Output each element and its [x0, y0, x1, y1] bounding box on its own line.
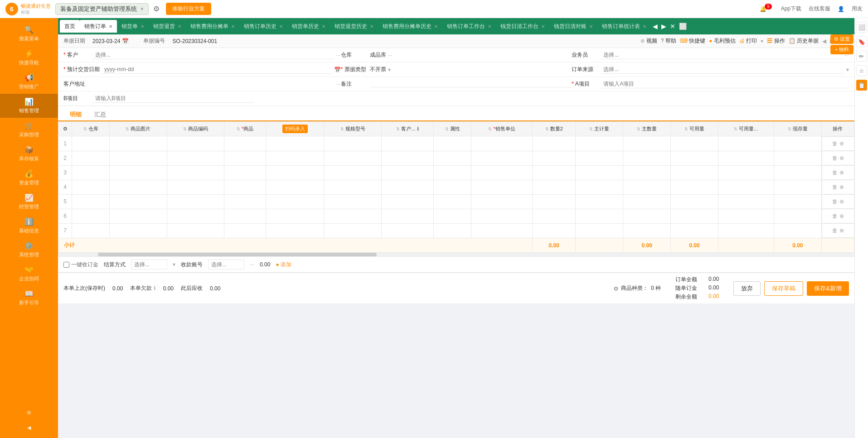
tab-return-history[interactable]: 销货退货历史 ✕ [330, 20, 378, 33]
table-scrollbar[interactable] [58, 253, 854, 256]
cell-customer[interactable] [381, 194, 433, 209]
cell-main-qty[interactable] [623, 151, 671, 165]
address-more-icon[interactable]: ··· [336, 81, 341, 87]
delete-icon[interactable]: 🗑 [832, 213, 838, 219]
delete-icon[interactable]: 🗑 [832, 169, 838, 176]
customer-input[interactable] [92, 51, 335, 59]
payment-dropdown-icon[interactable]: ▾ [173, 261, 175, 268]
sidebar-item-guide[interactable]: 📖 新手引导 [0, 286, 58, 310]
cell-sales-unit[interactable] [471, 136, 533, 151]
copy-icon[interactable]: ⊕ [839, 198, 844, 205]
one-click-checkbox[interactable] [63, 262, 69, 268]
cell-image[interactable] [110, 209, 167, 223]
copy-icon[interactable]: ⊕ [839, 155, 844, 161]
close-tab-sales-order[interactable]: ✕ [109, 24, 112, 29]
cell-main-qty[interactable] [623, 136, 671, 151]
cell-product[interactable] [224, 180, 266, 194]
cell-action[interactable]: 🗑 ⊕ [822, 209, 854, 223]
copy-icon[interactable]: ⊕ [839, 227, 844, 234]
cell-action[interactable]: 🗑 ⊕ [822, 136, 854, 151]
cell-main-unit[interactable] [576, 194, 623, 209]
cell-stock[interactable] [774, 151, 821, 165]
cell-available[interactable] [671, 180, 718, 194]
cell-product-code[interactable] [167, 151, 224, 165]
cell-sales-unit[interactable] [471, 223, 533, 238]
cell-stock[interactable] [774, 180, 821, 194]
tab-home[interactable]: 首页 [60, 20, 80, 33]
cell-available2[interactable] [718, 223, 774, 238]
close-tab-sales-invoice[interactable]: ✕ [141, 24, 144, 29]
add-button[interactable]: ● 添加 [276, 261, 291, 269]
delivery-date-input[interactable] [102, 65, 332, 74]
tab-sales-invoice[interactable]: 销货单 ✕ [117, 20, 149, 33]
cell-main-unit[interactable] [576, 180, 623, 194]
cell-main-unit[interactable] [576, 165, 623, 180]
sidebar-item-finance[interactable]: 💰 资金管理 [0, 166, 58, 190]
help-link[interactable]: ? 帮助 [661, 37, 676, 45]
cell-available2[interactable] [718, 165, 774, 180]
tab-invoice-history[interactable]: 销货单历史 ✕ [287, 20, 330, 33]
right-icon-5[interactable]: 📋 [856, 80, 867, 91]
shortcut-link[interactable]: ⌨ 快捷键 [680, 37, 705, 45]
close-tab-return-history[interactable]: ✕ [370, 24, 373, 29]
cell-qty2[interactable] [533, 136, 576, 151]
material-button[interactable]: + 物料 [830, 45, 853, 54]
tab-sales-expense[interactable]: 销售费用分摊单 ✕ [186, 20, 239, 33]
cell-warehouse[interactable] [72, 209, 110, 223]
sidebar-item-system[interactable]: ⚙️ 系统管理 [0, 238, 58, 262]
cell-stock[interactable] [774, 194, 821, 209]
sidebar-item-base-info[interactable]: ℹ️ 基础信息 [0, 214, 58, 238]
cell-available2[interactable] [718, 136, 774, 151]
account-input[interactable] [208, 260, 244, 270]
close-tab-invoice-history[interactable]: ✕ [322, 24, 325, 29]
cell-available[interactable] [671, 151, 718, 165]
sidebar-item-marketing[interactable]: 📢 营销推广 [0, 70, 58, 94]
cell-image[interactable] [110, 136, 167, 151]
cell-available2[interactable] [718, 194, 774, 209]
save-new-button[interactable]: 保存&新增 [807, 281, 849, 296]
cell-main-unit[interactable] [576, 136, 623, 151]
solution-button[interactable]: 体验行业方案 [166, 3, 211, 15]
cell-attribute[interactable] [434, 136, 471, 151]
system-title[interactable]: 装备及固定资产辅助管理系统 ▾ [55, 3, 149, 15]
cell-image[interactable] [110, 194, 167, 209]
cell-spec[interactable] [324, 180, 382, 194]
cell-action[interactable]: 🗑 ⊕ [822, 180, 854, 194]
cell-customer[interactable] [381, 223, 433, 238]
close-tab-sales-return[interactable]: ✕ [178, 24, 181, 29]
cell-attribute[interactable] [434, 223, 471, 238]
close-tab-cash-reconcile[interactable]: ✕ [589, 24, 593, 29]
cell-qty2[interactable] [533, 194, 576, 209]
one-click-checkbox-label[interactable]: 一键收订金 [63, 261, 98, 269]
cell-product-code[interactable] [167, 165, 224, 180]
history-link[interactable]: 📋 历史单据 [789, 37, 819, 45]
calendar-icon[interactable]: 📅 [122, 38, 129, 44]
nav-expand[interactable]: ⬜ [677, 23, 689, 30]
close-tab-expense-history[interactable]: ✕ [434, 24, 438, 29]
cell-attribute[interactable] [434, 180, 471, 194]
cell-image[interactable] [110, 180, 167, 194]
tab-detail[interactable]: 明细 [63, 109, 88, 121]
settings-button[interactable]: ⚙ 设置 [830, 34, 853, 44]
tab-cash-workbench[interactable]: 钱货日清工作台 ✕ [496, 20, 549, 33]
print-link[interactable]: 🖨 打印 [739, 37, 757, 45]
cell-stock[interactable] [774, 165, 821, 180]
cell-product[interactable] [224, 136, 266, 151]
delete-icon[interactable]: 🗑 [832, 155, 838, 161]
cell-attribute[interactable] [434, 165, 471, 180]
order-source-input[interactable] [601, 65, 844, 74]
cell-main-qty[interactable] [623, 180, 671, 194]
sidebar-item-inventory[interactable]: 📦 库存核算 [0, 142, 58, 166]
cell-scan[interactable] [266, 194, 324, 209]
settings-gear-icon[interactable]: ⚙ [153, 5, 160, 13]
cell-stock[interactable] [774, 223, 821, 238]
cell-warehouse[interactable] [72, 180, 110, 194]
date-picker-icon[interactable]: 📅 [334, 67, 341, 73]
cell-product[interactable] [224, 209, 266, 223]
cell-warehouse[interactable] [72, 194, 110, 209]
cell-available2[interactable] [718, 151, 774, 165]
sidebar-item-operations[interactable]: 📈 经营管理 [0, 190, 58, 214]
copy-icon[interactable]: ⊕ [839, 184, 844, 190]
cell-main-unit[interactable] [576, 223, 623, 238]
cell-warehouse[interactable] [72, 223, 110, 238]
